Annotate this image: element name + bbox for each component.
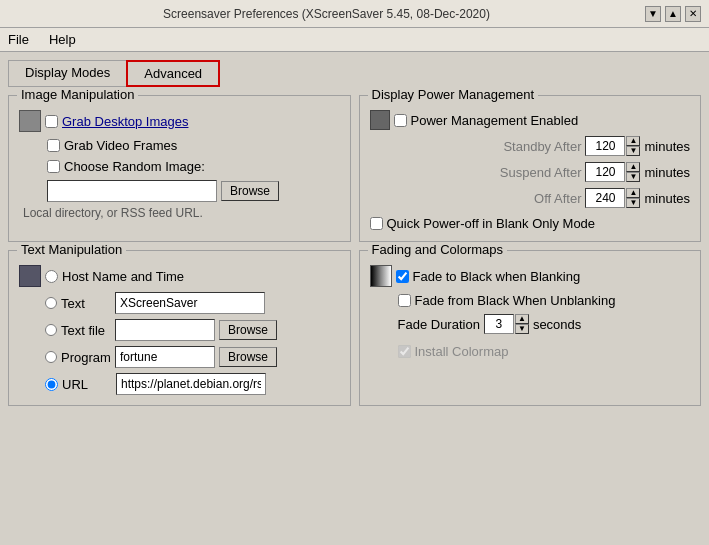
- grab-desktop-label[interactable]: Grab Desktop Images: [62, 114, 188, 129]
- standby-label: Standby After: [491, 139, 581, 154]
- text-file-input[interactable]: [115, 319, 215, 341]
- suspend-label: Suspend After: [491, 165, 581, 180]
- standby-input[interactable]: [585, 136, 625, 156]
- image-manipulation-title: Image Manipulation: [17, 87, 138, 102]
- suspend-row: Suspend After ▲ ▼ minutes: [370, 162, 691, 182]
- power-mgmt-label: Power Management Enabled: [411, 113, 579, 128]
- grab-desktop-row: Grab Desktop Images: [19, 110, 340, 132]
- display-power-title: Display Power Management: [368, 87, 539, 102]
- host-name-row: Host Name and Time: [19, 265, 340, 287]
- program-input[interactable]: [115, 346, 215, 368]
- standby-spin-buttons: ▲ ▼: [626, 136, 640, 156]
- suspend-spin-down[interactable]: ▼: [626, 172, 640, 182]
- off-minutes: minutes: [644, 191, 690, 206]
- choose-random-checkbox[interactable]: [47, 160, 60, 173]
- panels: Image Manipulation Grab Desktop Images G…: [8, 95, 701, 406]
- fade-to-black-checkbox[interactable]: [396, 270, 409, 283]
- close-button[interactable]: ✕: [685, 6, 701, 22]
- fade-duration-spin-buttons: ▲ ▼: [515, 314, 529, 334]
- program-row: Program Browse: [45, 346, 340, 368]
- host-name-label: Host Name and Time: [62, 269, 184, 284]
- text-file-label: Text file: [61, 323, 111, 338]
- monitor-icon: [370, 110, 390, 130]
- display-power-group: Display Power Management Power Managemen…: [359, 95, 702, 242]
- text-icon: [19, 265, 41, 287]
- image-manipulation-group: Image Manipulation Grab Desktop Images G…: [8, 95, 351, 242]
- tab-advanced[interactable]: Advanced: [126, 60, 220, 87]
- fade-to-black-row: Fade to Black when Blanking: [370, 265, 691, 287]
- fade-duration-spin: ▲ ▼: [484, 314, 529, 334]
- fade-duration-spin-down[interactable]: ▼: [515, 324, 529, 334]
- text-manipulation-title: Text Manipulation: [17, 242, 126, 257]
- quick-poweroff-label: Quick Power-off in Blank Only Mode: [387, 216, 596, 231]
- off-spin-up[interactable]: ▲: [626, 188, 640, 198]
- url-input[interactable]: [116, 373, 266, 395]
- image-path-input[interactable]: [47, 180, 217, 202]
- grab-video-checkbox[interactable]: [47, 139, 60, 152]
- camera-icon: [19, 110, 41, 132]
- fade-from-black-row: Fade from Black When Unblanking: [398, 293, 691, 308]
- menu-help[interactable]: Help: [45, 32, 80, 47]
- main-content: Display Modes Advanced Image Manipulatio…: [0, 52, 709, 414]
- suspend-input[interactable]: [585, 162, 625, 182]
- host-name-radio[interactable]: [45, 270, 58, 283]
- fade-duration-input[interactable]: [484, 314, 514, 334]
- title-bar-text: Screensaver Preferences (XScreenSaver 5.…: [8, 7, 645, 21]
- quick-poweroff-checkbox[interactable]: [370, 217, 383, 230]
- grab-desktop-checkbox[interactable]: [45, 115, 58, 128]
- fading-group: Fading and Colormaps Fade to Black when …: [359, 250, 702, 406]
- grab-video-label: Grab Video Frames: [64, 138, 177, 153]
- suspend-spin-up[interactable]: ▲: [626, 162, 640, 172]
- program-label: Program: [61, 350, 111, 365]
- fade-to-black-label: Fade to Black when Blanking: [413, 269, 581, 284]
- grab-video-row: Grab Video Frames: [47, 138, 340, 153]
- suspend-spin-buttons: ▲ ▼: [626, 162, 640, 182]
- off-spin-buttons: ▲ ▼: [626, 188, 640, 208]
- minimize-button[interactable]: ▼: [645, 6, 661, 22]
- standby-row: Standby After ▲ ▼ minutes: [370, 136, 691, 156]
- menu-bar: File Help: [0, 28, 709, 52]
- text-row: Text: [45, 292, 340, 314]
- off-spin-down[interactable]: ▼: [626, 198, 640, 208]
- standby-spin: ▲ ▼: [585, 136, 640, 156]
- image-hint: Local directory, or RSS feed URL.: [23, 206, 340, 220]
- off-label: Off After: [491, 191, 581, 206]
- seconds-label: seconds: [533, 317, 581, 332]
- fading-title: Fading and Colormaps: [368, 242, 508, 257]
- text-value-input[interactable]: [115, 292, 265, 314]
- url-row: URL: [45, 373, 340, 395]
- off-input[interactable]: [585, 188, 625, 208]
- suspend-minutes: minutes: [644, 165, 690, 180]
- power-mgmt-enabled-row: Power Management Enabled: [370, 110, 691, 130]
- fade-duration-spin-up[interactable]: ▲: [515, 314, 529, 324]
- choose-random-label: Choose Random Image:: [64, 159, 205, 174]
- menu-file[interactable]: File: [4, 32, 33, 47]
- text-file-radio[interactable]: [45, 324, 57, 336]
- tab-bar: Display Modes Advanced: [8, 60, 701, 87]
- choose-random-row: Choose Random Image:: [47, 159, 340, 174]
- standby-spin-up[interactable]: ▲: [626, 136, 640, 146]
- standby-minutes: minutes: [644, 139, 690, 154]
- suspend-spin: ▲ ▼: [585, 162, 640, 182]
- install-colormap-checkbox[interactable]: [398, 345, 411, 358]
- text-manipulation-group: Text Manipulation Host Name and Time Tex…: [8, 250, 351, 406]
- fade-from-black-checkbox[interactable]: [398, 294, 411, 307]
- image-browse-button[interactable]: Browse: [221, 181, 279, 201]
- standby-spin-down[interactable]: ▼: [626, 146, 640, 156]
- title-bar: Screensaver Preferences (XScreenSaver 5.…: [0, 0, 709, 28]
- power-mgmt-checkbox[interactable]: [394, 114, 407, 127]
- text-radio[interactable]: [45, 297, 57, 309]
- fade-icon: [370, 265, 392, 287]
- url-radio[interactable]: [45, 378, 58, 391]
- off-row: Off After ▲ ▼ minutes: [370, 188, 691, 208]
- tab-display-modes[interactable]: Display Modes: [8, 60, 127, 87]
- program-browse-button[interactable]: Browse: [219, 347, 277, 367]
- url-label: URL: [62, 377, 112, 392]
- fade-from-black-label: Fade from Black When Unblanking: [415, 293, 616, 308]
- program-radio[interactable]: [45, 351, 57, 363]
- maximize-button[interactable]: ▲: [665, 6, 681, 22]
- browse-row: Browse: [47, 180, 340, 202]
- text-file-browse-button[interactable]: Browse: [219, 320, 277, 340]
- install-colormap-label: Install Colormap: [415, 344, 509, 359]
- off-spin: ▲ ▼: [585, 188, 640, 208]
